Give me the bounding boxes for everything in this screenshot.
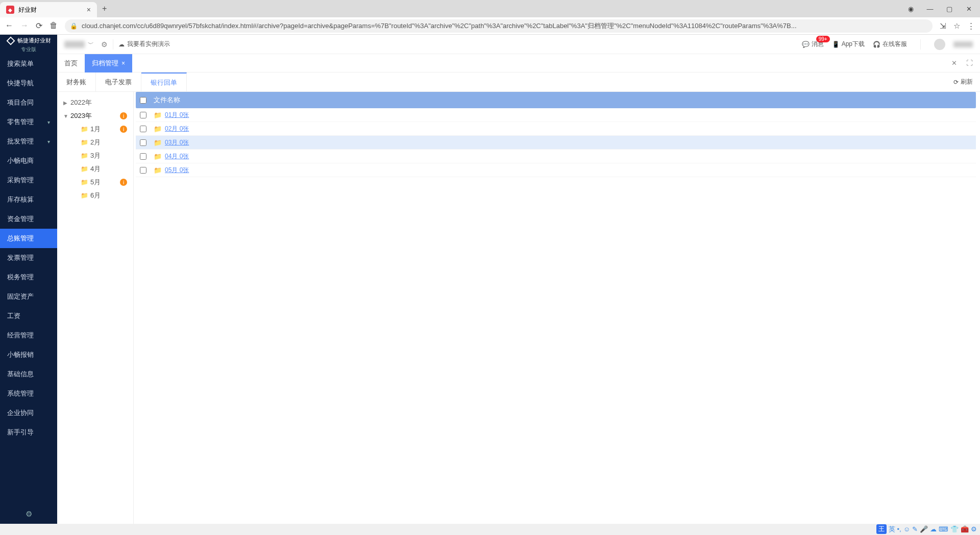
file-link[interactable]: 03月 0张 xyxy=(165,138,189,147)
fullscreen-icon[interactable]: ⛶ xyxy=(964,57,975,69)
tree-node-m3[interactable]: 📁 3月 xyxy=(60,149,130,162)
table-row[interactable]: 📁02月 0张 xyxy=(136,122,976,136)
settings-icon[interactable]: ⚙ xyxy=(0,504,57,524)
sub-tabs: 财务账 电子发票 银行回单 ⟳ 刷新 xyxy=(57,72,980,92)
sidebar-item-label: 搜索菜单 xyxy=(7,59,34,68)
sidebar-item[interactable]: 采购管理 xyxy=(0,171,57,190)
support-button[interactable]: 🎧 在线客服 xyxy=(873,40,907,48)
install-icon[interactable]: ⇲ xyxy=(940,21,946,31)
sidebar-item[interactable]: 搜索菜单 xyxy=(0,54,57,74)
row-checkbox[interactable] xyxy=(140,153,146,160)
row-checkbox[interactable] xyxy=(140,139,146,146)
ime-punct-icon[interactable]: •, xyxy=(897,525,901,533)
ime-skin-icon[interactable]: 👕 xyxy=(950,525,959,533)
sidebar-item[interactable]: 资金管理 xyxy=(0,209,57,229)
tab-favicon-icon: ◆ xyxy=(6,6,14,14)
sidebar-item[interactable]: 零售管理▾ xyxy=(0,112,57,132)
forward-icon[interactable]: → xyxy=(20,21,29,31)
ime-lang[interactable]: 英 xyxy=(889,525,895,534)
new-tab-button[interactable]: + xyxy=(102,4,107,13)
browser-chrome: ◆ 好业财 × + ◉ — ▢ ✕ ← → ⟳ 🗑 🔒 cloud.chanje… xyxy=(0,0,980,35)
table-row[interactable]: 📁01月 0张 xyxy=(136,108,976,122)
tab-close-icon[interactable]: × xyxy=(121,60,125,67)
notice-dot-icon: i xyxy=(120,112,127,119)
sidebar-item[interactable]: 基础信息 xyxy=(0,364,57,384)
row-checkbox[interactable] xyxy=(140,167,146,174)
browser-tab[interactable]: ◆ 好业财 × xyxy=(0,2,97,17)
divider xyxy=(920,39,921,50)
tree-node-m1[interactable]: 📁 1月 i xyxy=(60,123,130,136)
tab-close-icon[interactable]: × xyxy=(87,6,91,14)
messages-button[interactable]: 💬 消息 99+ xyxy=(802,40,824,48)
table-row[interactable]: 📁04月 0张 xyxy=(136,150,976,163)
subtab-einvoice[interactable]: 电子发票 xyxy=(96,72,141,91)
subtab-ledger-label: 财务账 xyxy=(66,78,86,87)
close-all-tabs-icon[interactable]: ✕ xyxy=(949,57,959,69)
ime-toolbox-icon[interactable]: 🧰 xyxy=(961,525,969,533)
sidebar-item[interactable]: 库存核算 xyxy=(0,190,57,209)
minimize-icon[interactable]: — xyxy=(925,5,935,13)
ime-smile-icon[interactable]: ☺ xyxy=(903,525,910,533)
sidebar-item[interactable]: 总账管理 xyxy=(0,229,57,248)
sidebar-item[interactable]: 小畅电商 xyxy=(0,151,57,171)
menu-dots-icon[interactable]: ⋮ xyxy=(967,21,975,31)
sidebar-item[interactable]: 固定资产 xyxy=(0,287,57,306)
star-icon[interactable]: ☆ xyxy=(953,21,960,31)
ime-keyboard-icon[interactable]: ⌨ xyxy=(939,525,948,533)
ime-cloud-icon[interactable]: ☁ xyxy=(930,525,937,533)
file-link[interactable]: 05月 0张 xyxy=(165,166,189,175)
notice-dot-icon: i xyxy=(120,179,127,186)
close-window-icon[interactable]: ✕ xyxy=(964,5,974,13)
select-all-checkbox[interactable] xyxy=(140,97,146,104)
row-checkbox[interactable] xyxy=(140,126,146,132)
row-checkbox[interactable] xyxy=(140,112,146,118)
subtab-ledger[interactable]: 财务账 xyxy=(57,72,96,91)
table-row[interactable]: 📁05月 0张 xyxy=(136,163,976,177)
sidebar-item[interactable]: 系统管理 xyxy=(0,384,57,403)
trash-icon[interactable]: 🗑 xyxy=(50,21,58,31)
sidebar-item[interactable]: 小畅报销 xyxy=(0,345,57,364)
ime-mic-icon[interactable]: 🎤 xyxy=(920,525,928,533)
ime-edit-icon[interactable]: ✎ xyxy=(912,525,918,533)
tree-node-2022[interactable]: ▶ 2022年 xyxy=(60,96,130,109)
chat-icon: 💬 xyxy=(802,41,810,48)
subtab-bankreceipt[interactable]: 银行回单 xyxy=(141,72,187,91)
tree-node-m2[interactable]: 📁 2月 xyxy=(60,136,130,149)
sidebar-item[interactable]: 快捷导航 xyxy=(0,74,57,93)
tab-home[interactable]: 首页 xyxy=(57,54,85,72)
demo-link[interactable]: ☁ 我要看实例演示 xyxy=(118,40,170,48)
tree-node-2023[interactable]: ▼ 2023年 i xyxy=(60,109,130,123)
tree-node-m6[interactable]: 📁 6月 xyxy=(60,189,130,202)
tree-node-m5[interactable]: 📁 5月 i xyxy=(60,176,130,189)
sidebar-item[interactable]: 发票管理 xyxy=(0,248,57,268)
app-download-button[interactable]: 📱 App下载 xyxy=(832,40,865,48)
reload-icon[interactable]: ⟳ xyxy=(36,21,42,31)
sidebar-item[interactable]: 企业协同 xyxy=(0,403,57,423)
tree-node-m4[interactable]: 📁 4月 xyxy=(60,162,130,176)
avatar[interactable] xyxy=(934,39,945,50)
sidebar-item[interactable]: 税务管理 xyxy=(0,268,57,287)
file-link[interactable]: 02月 0张 xyxy=(165,125,189,133)
file-link[interactable]: 04月 0张 xyxy=(165,152,189,161)
maximize-icon[interactable]: ▢ xyxy=(944,5,954,13)
tab-archive[interactable]: 归档管理 × xyxy=(85,54,132,72)
table-row[interactable]: 📁03月 0张 xyxy=(136,136,976,150)
demo-text: 我要看实例演示 xyxy=(127,40,170,48)
url-box[interactable]: 🔒 cloud.chanjet.com/cc/u6d89qwnryel/57bf… xyxy=(65,19,933,33)
sidebar-item[interactable]: 新手引导 xyxy=(0,423,57,442)
sidebar-item-label: 小畅电商 xyxy=(7,156,34,165)
sidebar-item[interactable]: 工资 xyxy=(0,306,57,326)
sidebar-item[interactable]: 经营管理 xyxy=(0,326,57,345)
ime-chip[interactable]: 王 xyxy=(876,524,887,534)
refresh-button[interactable]: ⟳ 刷新 xyxy=(953,72,980,91)
gear-icon[interactable]: ⚙ xyxy=(101,40,108,48)
org-selector[interactable]: ﹀ xyxy=(57,40,101,48)
tree-label: 5月 xyxy=(90,178,101,187)
tree-label: 6月 xyxy=(90,191,101,200)
account-icon[interactable]: ◉ xyxy=(905,5,916,13)
back-icon[interactable]: ← xyxy=(5,21,13,31)
sidebar-item[interactable]: 项目合同 xyxy=(0,93,57,112)
file-link[interactable]: 01月 0张 xyxy=(165,111,189,119)
sidebar-item[interactable]: 批发管理▾ xyxy=(0,132,57,151)
ime-settings-icon[interactable]: ⚙ xyxy=(971,525,977,533)
